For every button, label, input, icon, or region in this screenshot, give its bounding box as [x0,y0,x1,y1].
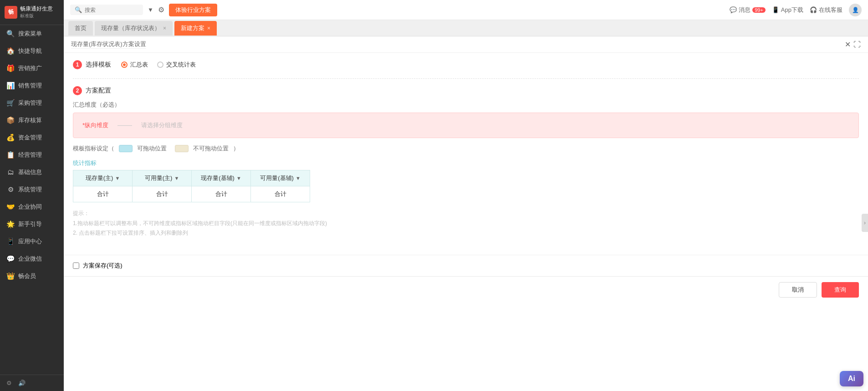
crown-icon: 👑 [6,272,15,280]
sidebar-search[interactable]: 🔍 搜索菜单 [0,25,64,42]
tab-close-new-plan[interactable]: × [207,25,210,31]
save-checkbox[interactable] [73,262,79,269]
step2-title: 方案配置 [86,87,111,95]
download-icon: 📱 [772,6,779,13]
radio-cross[interactable]: 交叉统计表 [157,61,196,69]
box-icon: 📦 [6,116,15,124]
query-button[interactable]: 查询 [822,282,859,298]
topbar-dropdown[interactable]: ▼ [148,6,153,13]
table-header-3[interactable]: 可用量(基辅) ▼ [251,170,310,186]
headset-icon: 🎧 [810,6,817,13]
clipboard-icon: 📋 [6,151,15,159]
logo-icon: 畅 [5,6,17,19]
online-service[interactable]: 🎧 在线客服 [810,6,842,14]
chevron-down-icon-1: ▼ [174,175,179,181]
search-input[interactable] [85,7,130,13]
topbar-settings[interactable]: ⚙ [158,5,164,14]
step2-header: 2 方案配置 [73,86,859,95]
home-icon: 🏠 [6,47,15,55]
chat-icon: 💬 [6,255,15,263]
sound-icon[interactable]: 🔊 [18,380,26,386]
table-header-0[interactable]: 现存量(主) ▼ [73,170,133,186]
table-header-row: 现存量(主) ▼ 可用量(主) ▼ [73,170,310,186]
table-header-1[interactable]: 可用量(主) ▼ [133,170,192,186]
settings-footer-icon[interactable]: ⚙ [6,380,12,386]
sidebar-item-purchase[interactable]: 🛒 采购管理 [0,94,64,112]
panel-title: 现存量(库存状况表)方案设置 [71,40,146,49]
messages-badge[interactable]: 💬 消息 99+ [730,6,766,14]
sidebar-item-enterprise[interactable]: 🤝 企业协同 [0,198,64,216]
window-controls: ✕ ⛶ [845,40,861,49]
radio-summary-circle [121,62,128,68]
ai-button[interactable]: Ai [840,371,863,386]
table-cell-0-1: 合计 [133,186,192,202]
dim-placeholder: 请选择分组维度 [141,121,183,129]
bottom-bar: 取消 查询 [64,276,868,303]
app-logo: 畅 畅康通好生意 标准版 [0,0,64,25]
topbar-right: 💬 消息 99+ 📱 App下载 🎧 在线客服 👤 [730,4,862,16]
content-area: 现存量(库存状况表)方案设置 ✕ ⛶ 1 选择模板 汇总表 [64,36,868,391]
sidebar-item-marketing[interactable]: 🎁 营销推广 [0,60,64,77]
sidebar-item-basic-info[interactable]: 🗂 基础信息 [0,164,64,181]
tab-inventory-status[interactable]: 现存量（库存状况表） × [95,21,173,36]
experience-btn[interactable]: 体验行业方案 [169,4,217,16]
stats-area: 统计指标 现存量(主) ▼ [73,159,859,202]
step2-section: 2 方案配置 汇总维度（必选） *纵向维度 —— 请选择分组维度 模板指标设定（… [73,86,859,238]
cart-icon: 🛒 [6,99,15,107]
close-panel-btn[interactable]: ✕ [845,40,851,49]
non-draggable-indicator-box [175,145,189,152]
tip-label: 提示： [73,209,859,219]
gear-icon: ⚙ [6,185,15,194]
topbar: 🔍 ▼ ⚙ 体验行业方案 💬 消息 99+ 📱 App下载 🎧 在线客服 👤 [64,0,868,20]
settings-content: 1 选择模板 汇总表 交叉统计表 [64,53,868,255]
table-row: 合计 合计 合计 合计 [73,186,310,202]
search-icon: 🔍 [6,30,15,38]
sidebar-item-wechat[interactable]: 💬 企业微信 [0,250,64,268]
stats-table: 现存量(主) ▼ 可用量(主) ▼ [73,170,310,202]
chevron-down-icon-0: ▼ [115,175,120,181]
tip-2: 2. 点击标题栏下拉可设置排序、插入列和删除列 [73,228,859,238]
gift-icon: 🎁 [6,64,15,72]
tip-1: 1.拖动标题栏可以调整布局，不可跨维度或指标区域拖动栏目字段(只能在同一维度或指… [73,219,859,229]
tab-close-inventory[interactable]: × [163,25,166,31]
handshake-icon: 🤝 [6,203,15,211]
table-header-2[interactable]: 现存量(基辅) ▼ [192,170,251,186]
sidebar-footer: ⚙ 🔊 [0,375,64,391]
sidebar-item-operations[interactable]: 📋 经营管理 [0,146,64,164]
tab-new-plan[interactable]: 新建方案 × [174,21,217,36]
logo-text: 畅康通好生意 标准版 [20,5,53,19]
sidebar-nav: 🏠 快捷导航 🎁 营销推广 📊 销售管理 🛒 采购管理 📦 库存核算 💰 资金管… [0,42,64,375]
table-cell-0-2: 合计 [192,186,251,202]
panel-toggle[interactable]: › [862,214,868,232]
tab-bar: 首页 现存量（库存状况表） × 新建方案 × [64,20,868,36]
topbar-search-box[interactable]: 🔍 [70,5,143,15]
vertical-dim-label: *纵向维度 [82,121,108,129]
step1-title: 选择模板 [86,61,111,69]
user-avatar[interactable]: 👤 [849,4,862,16]
radio-summary[interactable]: 汇总表 [121,61,148,69]
template-indicator: 模板指标设定（ 可拖动位置 不可拖动位置 ） [73,144,859,153]
radio-cross-circle [157,62,163,68]
sidebar-item-inventory[interactable]: 📦 库存核算 [0,112,64,129]
dropdown-icon: ▼ [148,6,153,13]
table-cell-0-3: 合计 [251,186,310,202]
dimension-area[interactable]: *纵向维度 —— 请选择分组维度 [73,113,859,138]
save-label: 方案保存(可选) [83,262,123,270]
sidebar-item-app-center[interactable]: 📱 应用中心 [0,233,64,250]
table-cell-0-0: 合计 [73,186,133,202]
sidebar-item-vip[interactable]: 👑 畅会员 [0,268,64,285]
sidebar: 畅 畅康通好生意 标准版 🔍 搜索菜单 🏠 快捷导航 🎁 营销推广 📊 销售管理… [0,0,64,391]
sidebar-item-system[interactable]: ⚙ 系统管理 [0,181,64,198]
sidebar-item-finance[interactable]: 💰 资金管理 [0,129,64,146]
step1-section: 1 选择模板 汇总表 交叉统计表 [73,60,859,69]
expand-panel-btn[interactable]: ⛶ [853,41,861,49]
app-download[interactable]: 📱 App下载 [772,6,803,14]
stats-label: 统计指标 [73,159,859,167]
sidebar-item-quick-nav[interactable]: 🏠 快捷导航 [0,42,64,60]
sidebar-item-sales[interactable]: 📊 销售管理 [0,77,64,94]
chart-icon: 📊 [6,82,15,90]
tab-home[interactable]: 首页 [68,21,93,36]
folder-icon: 🗂 [6,168,15,176]
sidebar-item-new-guide[interactable]: 🌟 新手引导 [0,216,64,233]
cancel-button[interactable]: 取消 [779,282,817,298]
